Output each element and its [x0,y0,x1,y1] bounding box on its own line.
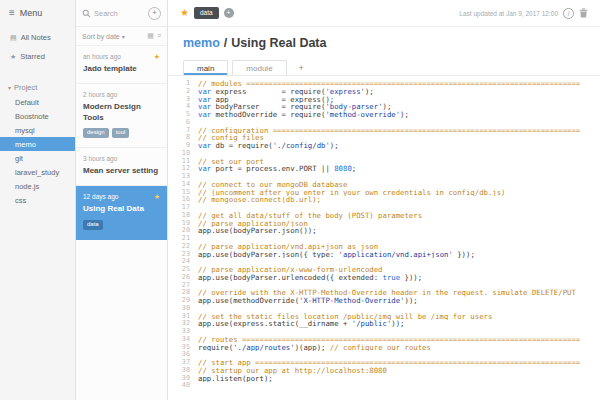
note-title: Modern Design Tools [83,102,160,123]
sidebar-folder-mysql[interactable]: mysql [0,123,75,137]
code-line: 18// get all data/stuff of the body (POS… [168,212,600,220]
code-line: 15// (uncomment after you enter in your … [168,189,600,197]
star-toggle[interactable]: ★ [180,8,189,18]
info-icon[interactable]: i [563,8,574,19]
sidebar-section-project[interactable]: ▾ Project [0,80,75,95]
code-line: 7// configuration ======================… [168,127,600,135]
editor-panel: ★ data + Last updated at Jan 9, 2017 12:… [168,0,600,400]
line-number: 6 [168,119,198,127]
code-line: 26app.use(bodyParser.urlencoded({ extend… [168,274,600,282]
search-input[interactable]: Search [82,9,144,18]
code-line: 24 [168,258,600,266]
code-line: 8// config files [168,134,600,142]
breadcrumb: memo/Using Real Data [168,27,600,55]
note-tag-badge: data [194,7,219,18]
new-note-button[interactable]: + [148,7,161,20]
sidebar-folder-css[interactable]: css [0,193,75,207]
code-line: 23app.use(bodyParser.json({ type: 'appli… [168,251,600,259]
code-line: 36 [168,351,600,359]
sidebar: ≡ Menu ▤All Notes★Starred ▾ Project Defa… [0,0,76,400]
sort-dropdown[interactable]: Sort by date ▾ [82,33,125,40]
sidebar-folder-boostnote[interactable]: Boostnote [0,109,75,123]
line-number: 3 [168,96,198,104]
note-list-item[interactable]: an hours ago★Jado template [76,46,167,84]
app-window: ≡ Menu ▤All Notes★Starred ▾ Project Defa… [0,0,600,400]
line-number: 40 [168,382,198,390]
note-title: Jado template [83,64,160,74]
note-title: Mean server setting [83,166,160,176]
code-line: 13 [168,173,600,181]
add-tag-button[interactable]: + [224,8,234,18]
note-title-heading: Using Real Data [231,36,326,50]
code-line: 3var app = express(); [168,96,600,104]
code-line: 16// mongoose.connect(db.url); [168,196,600,204]
sidebar-nav: ▤All Notes★Starred [0,30,75,64]
tab-bar: mainmodule+ [168,55,600,76]
section-label: Project [14,83,37,92]
note-tag: data [83,220,103,230]
tab-main[interactable]: main [183,60,228,75]
code-line: 30 [168,305,600,313]
code-line: 12var port = process.env.PORT || 8080; [168,165,600,173]
note-list-item[interactable]: 2 hours agoModern Design Toolsdesigntool [76,84,167,148]
sidebar-folder-default[interactable]: Default [0,95,75,109]
list-view-icon[interactable]: ≡ [157,32,161,40]
code-line: 22// parse application/vnd.api+json as j… [168,243,600,251]
code-line: 11// set our port [168,158,600,166]
new-tab-button[interactable]: + [291,60,312,75]
code-line: 2var express = require('express'); [168,88,600,96]
tab-module[interactable]: module [232,60,286,75]
code-line: 6 [168,119,600,127]
search-icon [82,9,91,18]
line-number: 4 [168,103,198,111]
code-line: 19// parse application/json [168,220,600,228]
sidebar-item-starred[interactable]: ★Starred [0,49,75,64]
sidebar-item-label: All Notes [21,33,51,42]
code-line: 34// routes ============================… [168,336,600,344]
code-line: 10 [168,150,600,158]
note-tag: design [83,128,109,138]
code-editor[interactable]: 1// modules ============================… [168,76,600,400]
menu-toggle[interactable]: ≡ Menu [0,0,75,26]
note-timestamp: 2 hours ago [83,91,117,98]
code-line: 37// start app =========================… [168,359,600,367]
line-number: 5 [168,111,198,119]
code-line: 1// modules ============================… [168,80,600,88]
sidebar-folder-memo[interactable]: memo [0,137,75,151]
code-line: 39app.listen(port); [168,375,600,383]
note-title: Using Real Data [83,204,160,214]
caret-down-icon: ▾ [8,84,11,91]
sort-bar: Sort by date ▾ ▦ ≡ [76,27,167,46]
note-list-header: Search + [76,0,167,27]
all-notes-icon: ▤ [10,34,17,41]
sidebar-folder-git[interactable]: git [0,151,75,165]
code-line: 31// set the static files location /publ… [168,313,600,321]
code-line: 40 [168,382,600,390]
line-number: 8 [168,134,198,142]
code-line: 35require('./app/routes')(app); // confi… [168,344,600,352]
code-line: 25// parse application/x-www-form-urlenc… [168,266,600,274]
star-icon: ★ [154,53,160,60]
code-line: 9var db = require('./config/db'); [168,142,600,150]
sidebar-item-all-notes[interactable]: ▤All Notes [0,30,75,45]
last-updated-label: Last updated at Jan 9, 2017 12:00 [459,10,558,17]
sidebar-folder-node-js[interactable]: node.js [0,179,75,193]
code-line: 20app.use(bodyParser.json()); [168,227,600,235]
search-placeholder: Search [94,9,118,18]
code-line: 4var bodyParser = require('body-parser')… [168,103,600,111]
line-number: 7 [168,127,198,135]
code-line: 38// startup our app at http://localhost… [168,367,600,375]
sidebar-folder-laravel-study[interactable]: laravel_study [0,165,75,179]
line-number: 2 [168,88,198,96]
trash-icon[interactable] [579,8,588,18]
note-list-item[interactable]: 3 hours agoMean server setting [76,148,167,186]
line-number: 1 [168,80,198,88]
breadcrumb-separator: / [224,36,227,50]
code-line: 5var methodOverride = require('method-ov… [168,111,600,119]
note-timestamp: 3 hours ago [83,155,117,162]
menu-label: Menu [20,8,43,18]
editor-toolbar: ★ data + Last updated at Jan 9, 2017 12:… [168,0,600,27]
note-list: an hours ago★Jado template2 hours agoMod… [76,46,167,240]
grid-view-icon[interactable]: ▦ [147,32,154,40]
note-list-item[interactable]: 12 days ago★Using Real Datadata [76,186,167,239]
